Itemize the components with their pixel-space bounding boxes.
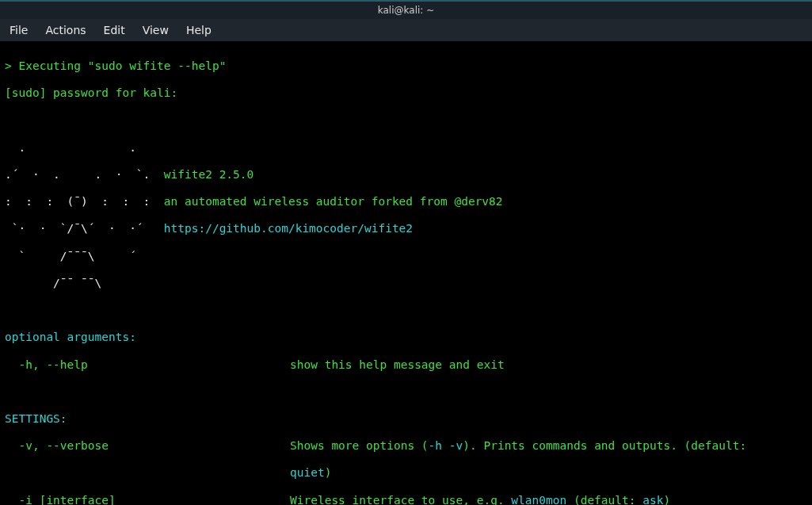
- ascii-l1: . .: [5, 141, 164, 154]
- flag-verbose: -v, --verbose: [5, 439, 290, 453]
- menu-actions[interactable]: Actions: [45, 24, 86, 36]
- exec-cmd: "sudo wifite --help": [88, 59, 227, 72]
- flag-help: -h, --help: [5, 358, 290, 372]
- menubar: File Actions Edit View Help: [0, 19, 812, 41]
- sudo-prompt: [sudo] password for kali:: [5, 86, 807, 100]
- ascii-l4: `· · `/¯\´ · ·´: [5, 222, 164, 235]
- window-titlebar: kali@kali: ~: [0, 0, 812, 19]
- menu-file[interactable]: File: [10, 24, 28, 36]
- flag-interface: -i [interface]: [5, 494, 290, 505]
- banner-name: wifite2 2.5.0: [164, 168, 254, 181]
- exec-prefix: > Executing: [5, 59, 88, 72]
- ascii-l2: .´ · . . · `.: [5, 168, 164, 181]
- section-optional: optional arguments:: [5, 331, 807, 344]
- section-settings: SETTINGS:: [5, 412, 807, 426]
- banner-tagline: an automated wireless auditor forked fro…: [164, 195, 503, 208]
- terminal-output[interactable]: > Executing "sudo wifite --help" [sudo] …: [0, 41, 812, 505]
- desc-help: show this help message and exit: [290, 358, 505, 371]
- banner-url: https://github.com/kimocoder/wifite2: [164, 222, 413, 235]
- menu-view[interactable]: View: [143, 24, 169, 36]
- ascii-l6: /¯¯ ¯¯\: [5, 277, 164, 289]
- menu-edit[interactable]: Edit: [104, 24, 125, 36]
- window-title: kali@kali: ~: [378, 5, 434, 16]
- ascii-l5: ` /¯¯¯\ ´: [5, 250, 164, 262]
- ascii-l3: : : : (¯) : : :: [5, 195, 164, 208]
- menu-help[interactable]: Help: [186, 24, 212, 36]
